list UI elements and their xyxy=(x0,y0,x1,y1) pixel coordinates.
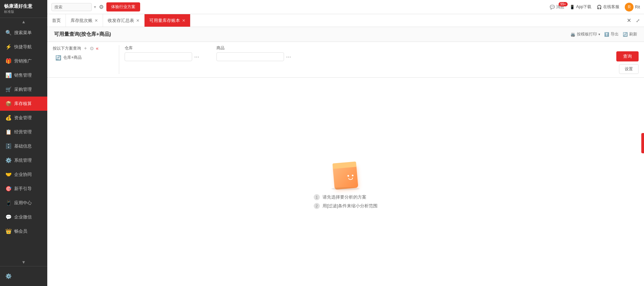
operations-icon: 📋 xyxy=(5,129,11,135)
scheme-warehouse-goods[interactable]: 🔄 仓库+商品 xyxy=(53,53,113,62)
empty-hints: 1 请先选择要分析的方案 2 用[过滤]条件来缩小分析范围 xyxy=(314,194,378,209)
settings-button[interactable]: 设置 xyxy=(619,64,639,74)
tab-available-qty[interactable]: 可用量库存账本 ✕ xyxy=(145,14,190,27)
refresh-btn[interactable]: 🔄 刷新 xyxy=(623,31,637,37)
sidebar: 畅康通好生意 标准版 ▲ 🔍 搜索菜单 ⚡ 快捷导航 🎁 营销推广 📊 销售管理… xyxy=(0,0,47,286)
page-header-actions: 🖨️ 按模板打印 ▾ ⬆️ 导出 🔄 刷新 xyxy=(570,31,637,37)
sidebar-item-label: 企业协同 xyxy=(14,172,32,178)
filter-inputs-area: 仓库 ··· 商品 ··· xyxy=(125,45,612,61)
purchase-icon: 🛒 xyxy=(5,86,11,93)
app-download-btn[interactable]: 📱 App下载 xyxy=(570,4,591,10)
scheme-label: 仓库+商品 xyxy=(63,55,82,60)
print-label: 按模板打印 xyxy=(577,31,597,37)
dropdown-icon[interactable]: ▾ xyxy=(94,4,96,9)
sidebar-item-marketing[interactable]: 🎁 营销推广 xyxy=(0,54,47,68)
print-dropdown-icon[interactable]: ▾ xyxy=(598,32,600,36)
tab-recv-summary[interactable]: 收发存汇总表 ✕ xyxy=(103,14,145,27)
tab-batch-ledger[interactable]: 库存批次账 ✕ xyxy=(66,14,103,27)
warehouse-label: 仓库 xyxy=(125,45,212,51)
sidebar-item-enterprise[interactable]: 🤝 企业协同 xyxy=(0,167,47,182)
tab-close-batch-ledger[interactable]: ✕ xyxy=(95,18,98,23)
empty-illustration xyxy=(329,155,362,189)
sidebar-item-operations[interactable]: 📋 经营管理 xyxy=(0,125,47,139)
online-service-btn[interactable]: 🎧 在线客服 xyxy=(597,4,619,10)
tab-close-available-qty[interactable]: ✕ xyxy=(182,18,185,23)
right-scroll-hint xyxy=(641,133,644,153)
box-eye-right xyxy=(352,174,354,176)
export-label: 导出 xyxy=(611,31,619,37)
tab-close-recv-summary[interactable]: ✕ xyxy=(136,18,139,23)
sidebar-item-label: 资金管理 xyxy=(14,115,32,121)
goods-more-btn[interactable]: ··· xyxy=(286,53,291,60)
warehouse-more-btn[interactable]: ··· xyxy=(194,53,199,60)
warehouse-input[interactable] xyxy=(125,52,192,61)
goods-input-row: ··· xyxy=(216,52,304,61)
filter-btn-group: 查询 设置 xyxy=(616,45,639,74)
scheme-icon: 🔄 xyxy=(55,55,61,60)
tab-home[interactable]: 首页 xyxy=(47,14,66,27)
sidebar-item-label: 库存核算 xyxy=(14,101,32,107)
user-menu[interactable]: R Rit xyxy=(625,3,640,11)
topbar-search-area: ▾ xyxy=(51,3,96,11)
search-nav-icon: 🔍 xyxy=(5,30,11,36)
sidebar-item-label: 销售管理 xyxy=(14,72,32,78)
hint-num-2: 2 xyxy=(314,203,320,209)
sidebar-item-purchase[interactable]: 🛒 采购管理 xyxy=(0,82,47,97)
scheme-title-label: 按以下方案查询 xyxy=(53,46,81,51)
industry-btn[interactable]: 体验行业方案 xyxy=(106,2,140,11)
sidebar-item-basic-info[interactable]: 🗄️ 基础信息 xyxy=(0,139,47,153)
hint-text-2: 用[过滤]条件来缩小分析范围 xyxy=(323,203,378,209)
sidebar-item-label: 新手引导 xyxy=(14,186,32,192)
tab-available-qty-label: 可用量库存账本 xyxy=(149,18,180,24)
sidebar-item-search[interactable]: 🔍 搜索菜单 xyxy=(0,26,47,40)
empty-state: 1 请先选择要分析的方案 2 用[过滤]条件来缩小分析范围 xyxy=(314,155,378,209)
hint-num-1: 1 xyxy=(314,194,320,200)
goods-input[interactable] xyxy=(216,52,284,61)
print-btn[interactable]: 🖨️ 按模板打印 ▾ xyxy=(570,31,600,37)
add-scheme-icon[interactable]: ＋ xyxy=(83,45,88,51)
content-area: 1 请先选择要分析的方案 2 用[过滤]条件来缩小分析范围 xyxy=(47,78,644,286)
sidebar-item-shortcut[interactable]: ⚡ 快捷导航 xyxy=(0,40,47,54)
headset-icon: 🎧 xyxy=(597,5,602,9)
sidebar-scroll-up[interactable]: ▲ xyxy=(0,18,47,26)
inventory-icon: 📦 xyxy=(5,101,11,107)
empty-shadow xyxy=(331,187,360,190)
newbie-icon: 🎯 xyxy=(5,186,11,192)
collapse-scheme-icon[interactable]: « xyxy=(96,46,99,51)
tabs-bar: 首页 库存批次账 ✕ 收发存汇总表 ✕ 可用量库存账本 ✕ ✕ ⤢ xyxy=(47,14,644,27)
sidebar-item-finance[interactable]: 💰 资金管理 xyxy=(0,111,47,125)
print-icon: 🖨️ xyxy=(570,32,575,37)
expand-tab-btn[interactable]: ⤢ xyxy=(635,17,641,24)
close-tab-btn[interactable]: ✕ xyxy=(625,17,633,24)
avatar: R xyxy=(625,3,634,11)
notifications-btn[interactable]: 💬 消息 99+ xyxy=(550,4,564,10)
sidebar-item-newbie[interactable]: 🎯 新手引导 xyxy=(0,182,47,196)
basic-info-icon: 🗄️ xyxy=(5,143,11,149)
tab-batch-ledger-label: 库存批次账 xyxy=(71,18,93,24)
gear-icon[interactable]: ⚙ xyxy=(99,4,104,10)
export-btn[interactable]: ⬆️ 导出 xyxy=(604,31,619,37)
warehouse-filter-group: 仓库 ··· xyxy=(125,45,212,61)
manage-scheme-icon[interactable]: ⊙ xyxy=(90,46,94,51)
sidebar-item-system[interactable]: ⚙️ 系统管理 xyxy=(0,153,47,167)
sidebar-settings[interactable]: ⚙️ xyxy=(0,269,47,283)
sidebar-item-member[interactable]: 👑 畅会员 xyxy=(0,224,47,238)
query-button[interactable]: 查询 xyxy=(616,51,639,61)
enterprise-wechat-icon: 💬 xyxy=(5,214,11,220)
sidebar-item-sales[interactable]: 📊 销售管理 xyxy=(0,68,47,82)
phone-icon: 📱 xyxy=(570,5,575,9)
sidebar-item-enterprise-wechat[interactable]: 💬 企业微信 xyxy=(0,210,47,224)
search-input[interactable] xyxy=(51,3,92,11)
goods-label: 商品 xyxy=(216,45,304,51)
tab-home-label: 首页 xyxy=(52,18,61,24)
sidebar-item-label: 企业微信 xyxy=(14,214,32,220)
topbar: ▾ ⚙ 体验行业方案 💬 消息 99+ 📱 App下载 🎧 在线客服 R Rit xyxy=(47,0,644,14)
sidebar-item-label: 营销推广 xyxy=(14,58,32,64)
sidebar-item-label: 搜索菜单 xyxy=(14,30,32,36)
filter-divider xyxy=(119,45,119,74)
shortcut-icon: ⚡ xyxy=(5,44,11,50)
tab-recv-summary-label: 收发存汇总表 xyxy=(108,18,134,24)
sidebar-item-inventory[interactable]: 📦 库存核算 xyxy=(0,97,47,111)
sidebar-item-app-center[interactable]: 📱 应用中心 xyxy=(0,196,47,210)
sidebar-scroll-down[interactable]: ▼ xyxy=(0,258,47,266)
